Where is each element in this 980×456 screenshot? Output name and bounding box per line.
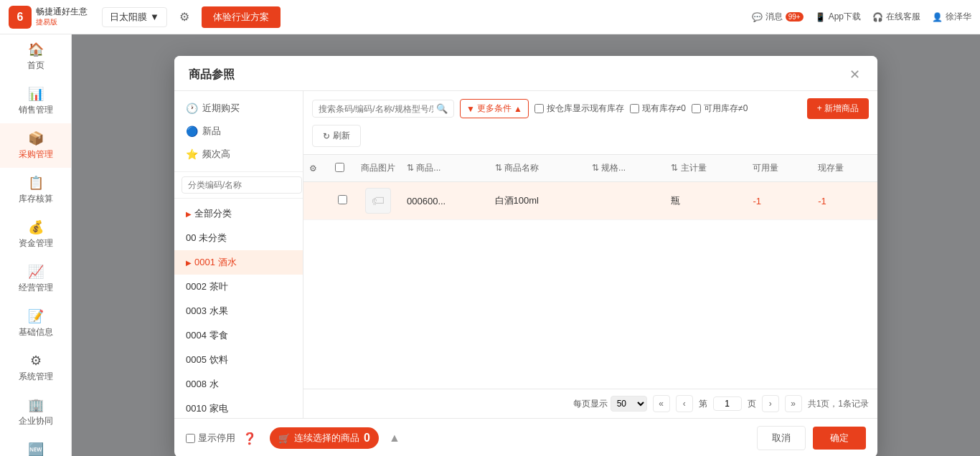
frequent-tab[interactable]: ⭐ 频次高 [174,143,303,166]
sidebar-item-sales[interactable]: 📊销售管理 [0,79,71,123]
category-item-0010[interactable]: 0010 家电 [174,396,303,418]
top-nav: 6 畅捷通好生意 捷易版 日太阳膜 ▼ ⚙ 体验行业方案 💬 消息 99+ 📱 … [0,0,980,34]
cancel-button[interactable]: 取消 [757,426,806,450]
store-selector[interactable]: 日太阳膜 ▼ [102,7,167,27]
logo-icon: 6 [9,6,32,29]
show-disabled-checkbox[interactable]: 显示停用 [186,432,235,445]
category-search-area: 🔍 « [174,172,303,199]
category-item-0004[interactable]: 0004 零食 [174,323,303,348]
star-icon: ⭐ [186,148,198,160]
message-badge: 99+ [786,12,804,22]
category-panel: 🕐 近期购买 🔵 新品 ⭐ 频次高 [174,91,303,418]
warehouse-filter-checkbox[interactable]: 按仓库显示现有库存 [534,103,624,115]
modal-close-button[interactable]: ✕ [846,66,863,83]
logo-area: 6 畅捷通好生意 捷易版 [9,6,95,29]
prev-page-button[interactable]: ‹ [676,395,693,412]
sidebar-item-enterprise[interactable]: 🏢企业协同 [0,390,71,434]
row-checkbox[interactable] [338,195,347,204]
next-page-button[interactable]: › [762,395,779,412]
finance-icon: 💰 [28,219,44,235]
category-item-0003[interactable]: 0003 水果 [174,299,303,323]
col-checkbox [329,155,355,182]
page-size-select: 每页显示 50 10 20 100 [573,396,647,412]
sidebar-item-finance[interactable]: 💰资金管理 [0,212,71,257]
app-download-nav-item[interactable]: 📱 App下载 [815,11,861,23]
help-icon[interactable]: ❓ [242,432,257,445]
category-item-0001[interactable]: ▶ 0001 酒水 [174,250,303,275]
page-number-input[interactable] [713,396,742,411]
avail-ne0-filter-checkbox[interactable]: 可用库存≠0 [692,103,748,115]
settings-icon[interactable]: ⚙ [174,7,194,27]
business-icon: 📈 [28,264,44,280]
page-size-dropdown[interactable]: 50 10 20 100 [611,396,647,412]
col-image[interactable]: 商品图片 [355,155,401,182]
add-product-button[interactable]: + 新增商品 [807,98,869,119]
arrow-right-icon: ▶ [186,210,192,218]
recent-tab[interactable]: 🕐 近期购买 [174,97,303,120]
cart-collapse-icon[interactable]: ▲ [389,432,400,445]
col-spec[interactable]: ⇅ 规格... [586,155,666,182]
sidebar-item-home[interactable]: 🏠首页 [0,34,71,79]
category-search-input[interactable] [182,176,302,194]
col-settings[interactable]: ⚙ [303,155,329,182]
new-icon: 🔵 [186,125,198,137]
mobile-icon: 📱 [815,12,826,22]
filter-collapse-icon: ▲ [514,104,522,114]
category-item-0008[interactable]: 0008 水 [174,372,303,396]
sidebar-item-business[interactable]: 📈经营管理 [0,257,71,301]
category-item-00[interactable]: 00 未分类 [174,226,303,250]
sidebar-item-system[interactable]: ⚙系统管理 [0,346,71,390]
user-avatar-item[interactable]: 👤 徐泽华 [932,11,971,23]
col-code[interactable]: ⇅ 商品... [401,155,489,182]
experience-button[interactable]: 体验行业方案 [202,6,281,28]
sidebar-item-purchase[interactable]: 📦采购管理 [0,123,71,168]
sidebar-item-guide[interactable]: 🆕新手引导 [0,434,71,456]
nav-right: 💬 消息 99+ 📱 App下载 🎧 在线客服 👤 徐泽华 [752,11,971,23]
continuous-select-cart[interactable]: 🛒 连续选择的商品 0 [270,427,379,449]
product-table: ⚙ 商品图片 ⇅ 商品... [303,155,877,220]
chevron-down-icon: ▼ [150,11,159,22]
content-area: 商品参照 ✕ 🕐 近期购买 🔵 [72,34,980,456]
home-icon: 🏠 [28,42,44,57]
sidebar-item-basic[interactable]: 📝基础信息 [0,301,71,346]
product-reference-modal: 商品参照 ✕ 🕐 近期购买 🔵 [174,56,877,456]
total-info: 共1页，1条记录 [808,398,869,410]
arrow-right-active-icon: ▶ [186,259,192,267]
row-unit: 瓶 [665,182,747,220]
category-tabs: 🕐 近期购买 🔵 新品 ⭐ 频次高 [174,91,303,172]
category-item-0005[interactable]: 0005 饮料 [174,348,303,372]
avatar-icon: 👤 [932,12,943,22]
message-nav-item[interactable]: 💬 消息 99+ [752,11,804,23]
select-all-checkbox[interactable] [335,163,344,172]
row-code: 000600... [401,182,489,220]
more-filter-button[interactable]: ▼ 更多条件 ▲ [460,99,529,118]
col-name[interactable]: ⇅ 商品名称 [489,155,586,182]
row-spec [586,182,666,220]
product-image-placeholder: 🏷 [365,188,391,214]
product-toolbar: 🔍 ▼ 更多条件 ▲ 按仓库显示现有库存 [303,91,877,155]
row-checkbox-cell[interactable] [329,182,355,220]
system-icon: ⚙ [30,353,42,369]
new-tab[interactable]: 🔵 新品 [174,120,303,143]
refresh-button[interactable]: ↻ 刷新 [312,125,361,147]
product-search-input[interactable] [319,104,433,114]
category-item-0002[interactable]: 0002 茶叶 [174,275,303,299]
modal-body: 🕐 近期购买 🔵 新品 ⭐ 频次高 [174,91,877,418]
last-page-button[interactable]: » [785,395,802,412]
sales-icon: 📊 [28,86,44,102]
first-page-button[interactable]: « [653,395,670,412]
stock-ne0-filter-checkbox[interactable]: 现有库存≠0 [630,103,686,115]
table-row[interactable]: 🏷 000600... 白酒100ml [303,182,877,220]
category-item-all[interactable]: ▶ 全部分类 [174,201,303,226]
col-stock: 现存量 [812,155,877,182]
sidebar-item-inventory[interactable]: 📋库存核算 [0,168,71,212]
product-search-box: 🔍 [312,100,454,118]
search-icon[interactable]: 🔍 [436,103,448,114]
sidebar: 🏠首页📊销售管理📦采购管理📋库存核算💰资金管理📈经营管理📝基础信息⚙系统管理🏢企… [0,34,72,456]
col-unit[interactable]: ⇅ 主计量 [665,155,747,182]
confirm-button[interactable]: 确定 [813,427,866,450]
filter-icon: ▼ [466,104,475,114]
purchase-icon: 📦 [28,130,44,146]
product-table-wrap: ⚙ 商品图片 ⇅ 商品... [303,155,877,389]
online-service-nav-item[interactable]: 🎧 在线客服 [872,11,920,23]
